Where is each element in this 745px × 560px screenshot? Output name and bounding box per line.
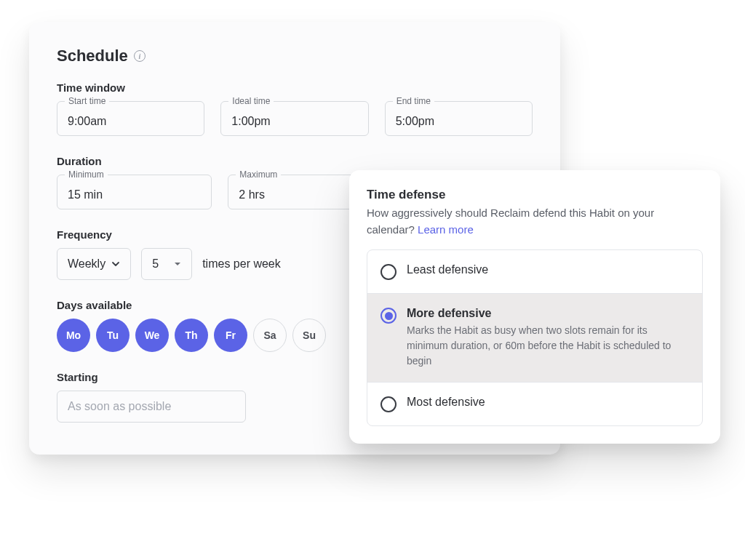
time-defense-options: Least defensive More defensive Marks the…	[367, 249, 703, 426]
end-time-value: 5:00pm	[396, 115, 522, 128]
option-least-defensive[interactable]: Least defensive	[367, 250, 702, 294]
info-icon[interactable]: i	[134, 50, 146, 62]
option-title: Most defensive	[407, 396, 689, 409]
ideal-time-legend: Ideal time	[228, 96, 274, 106]
time-window-section: Time window Start time 9:00am Ideal time…	[57, 81, 533, 136]
duration-min-value: 15 min	[68, 188, 201, 201]
starting-input[interactable]: As soon as possible	[57, 391, 246, 423]
radio-icon	[381, 396, 397, 412]
option-title: Least defensive	[407, 263, 689, 276]
option-most-defensive[interactable]: Most defensive	[367, 383, 702, 425]
start-time-legend: Start time	[65, 96, 109, 106]
time-defense-title: Time defense	[367, 188, 703, 202]
time-defense-desc-text: How aggressively should Reclaim defend t…	[367, 207, 654, 236]
day-toggle-mo[interactable]: Mo	[57, 319, 90, 352]
end-time-input[interactable]: End time 5:00pm	[385, 101, 533, 136]
radio-icon	[381, 264, 397, 280]
frequency-period-select[interactable]: Weekly	[57, 248, 131, 280]
radio-icon	[381, 308, 397, 324]
duration-min-legend: Minimum	[65, 169, 108, 180]
frequency-count-value: 5	[152, 257, 159, 271]
day-toggle-fr[interactable]: Fr	[214, 319, 247, 352]
start-time-value: 9:00am	[68, 115, 194, 128]
duration-min-input[interactable]: Minimum 15 min	[57, 175, 212, 209]
ideal-time-input[interactable]: Ideal time 1:00pm	[220, 101, 368, 136]
frequency-count-select[interactable]: 5	[141, 248, 192, 280]
frequency-period-value: Weekly	[68, 257, 105, 271]
day-toggle-th[interactable]: Th	[175, 319, 208, 352]
learn-more-link[interactable]: Learn more	[418, 223, 474, 236]
option-more-defensive[interactable]: More defensive Marks the Habit as busy w…	[367, 294, 702, 383]
time-window-label: Time window	[57, 81, 533, 94]
end-time-legend: End time	[393, 96, 434, 106]
start-time-input[interactable]: Start time 9:00am	[57, 101, 204, 136]
schedule-title: Schedule i	[57, 47, 533, 65]
day-toggle-we[interactable]: We	[135, 319, 169, 352]
duration-max-legend: Maximum	[236, 169, 281, 180]
day-toggle-sa[interactable]: Sa	[253, 319, 287, 352]
time-defense-popover: Time defense How aggressively should Rec…	[349, 170, 720, 444]
duration-label: Duration	[57, 155, 533, 167]
starting-placeholder: As soon as possible	[68, 400, 171, 413]
schedule-title-text: Schedule	[57, 47, 128, 65]
ideal-time-value: 1:00pm	[231, 115, 357, 128]
day-toggle-tu[interactable]: Tu	[96, 319, 130, 352]
option-title: More defensive	[407, 307, 689, 320]
option-sub: Marks the Habit as busy when two slots r…	[407, 323, 689, 369]
frequency-suffix: times per week	[202, 257, 281, 271]
time-defense-description: How aggressively should Reclaim defend t…	[367, 205, 703, 238]
chevron-down-icon	[111, 260, 120, 268]
caret-down-icon	[174, 260, 181, 268]
day-toggle-su[interactable]: Su	[292, 319, 326, 352]
